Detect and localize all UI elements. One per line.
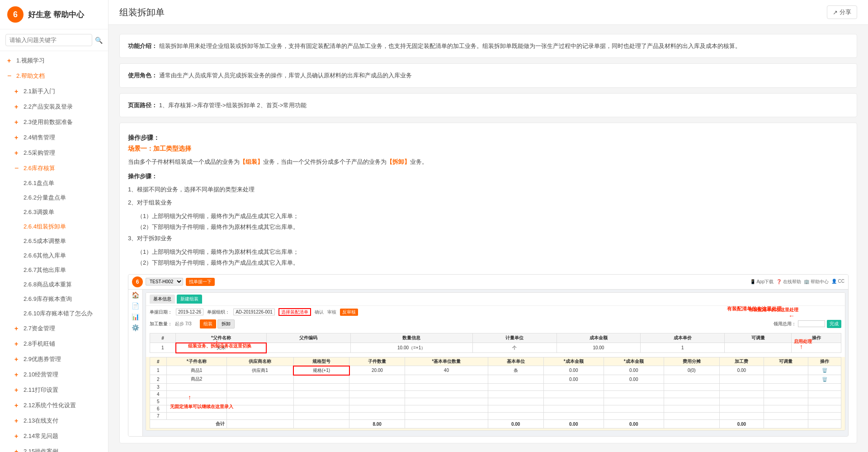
share-icon: ↗ <box>833 9 838 16</box>
mock-date-label: 单据日期： <box>150 309 172 315</box>
sidebar-item-faq[interactable]: + 2.14常见问题 <box>0 428 108 444</box>
sidebar-item-label: 2.6库存核算 <box>24 164 55 172</box>
mock-sub-td-unit: 条 <box>488 366 543 375</box>
sidebar-item-label: 2.7资金管理 <box>24 324 55 333</box>
mock-sub-td-ops: 🗑️ <box>808 366 841 375</box>
mock-sub-th-avail: 可调量 <box>764 357 808 366</box>
mock-sub-th-cost2: *成本金额 <box>604 357 664 366</box>
sidebar-item-partial-stocktake[interactable]: 2.6.2分量盘点单 <box>0 190 108 205</box>
sidebar-item-help-doc[interactable]: − 2.帮助文档 <box>0 68 108 84</box>
mock-sub-td-supplier: 供应商1 <box>226 366 293 375</box>
mock-confirm-btn[interactable]: 完成 <box>827 320 841 328</box>
mock-sub-th-name: *子件名称 <box>166 357 226 366</box>
main-content: 组装拆卸单 ↗ 分享 功能介绍： 组装拆卸单用来处理企业组装或拆卸等加工业务，支… <box>108 0 868 452</box>
mock-icon-chart: 📊 <box>132 313 139 320</box>
mock-assemble-value: AD-20191226-001 <box>233 309 275 315</box>
mock-th-unit-cost: 成本单价 <box>641 333 725 343</box>
mock-assemble-btn[interactable]: 选择装配清单 <box>278 308 311 316</box>
sidebar-item-label: 2.11打印设置 <box>24 386 58 394</box>
mock-td-index: 1 <box>150 343 176 353</box>
sidebar-item-inventory[interactable]: − 2.6库存核算 <box>0 161 108 176</box>
mock-assemble-type-btn[interactable]: 组装 <box>200 319 216 328</box>
expand-icon: + <box>14 386 21 394</box>
sidebar-item-label: 2.13在线支付 <box>24 417 58 425</box>
mock-enable-input[interactable] <box>798 320 825 327</box>
step3-sub1: （1）上部明细为父件明细，最终作为原材料生成其它出库单； <box>128 247 849 258</box>
sidebar-item-purchase[interactable]: + 2.5采购管理 <box>0 145 108 161</box>
sidebar-item-label: 2.1新手入门 <box>24 87 55 95</box>
sidebar-item-coupon[interactable]: + 2.9优惠券管理 <box>0 352 108 367</box>
path-block: 页面路径： 1、库存核算->库存管理->组装拆卸单 2、首页->常用功能 <box>119 93 857 117</box>
mock-sub-td-qty: 20.00 <box>349 366 405 375</box>
ops-steps-title: 操作步骤： <box>128 171 849 181</box>
scene-desc1: 当由多个子件材料组装成一个成品的业务为【组装】业务，当由一个父件拆分成多个子产品… <box>128 157 849 167</box>
mock-sub-th-cost1: *成本金额 <box>543 357 604 366</box>
expand-icon: + <box>14 149 21 157</box>
sidebar-item-new-user[interactable]: + 2.1新手入门 <box>0 84 108 99</box>
sidebar-item-print[interactable]: + 2.11打印设置 <box>0 382 108 398</box>
app-logo: 6 <box>7 6 24 23</box>
sidebar-item-sales[interactable]: + 2.4销售管理 <box>0 130 108 145</box>
sidebar-item-ops[interactable]: + 2.10经营管理 <box>0 367 108 382</box>
mock-sub-th-fee: 加工费 <box>719 357 764 366</box>
sidebar-item-inventory-check[interactable]: 2.6.9库存账本查询 <box>0 292 108 306</box>
mock-main-layout: 🏠 📄 📊 ⚙️ 基本信息 <box>128 290 848 437</box>
sidebar-header: 6 好生意 帮助中心 <box>0 0 108 29</box>
mock-new-btn[interactable]: 找单据一下 <box>186 278 215 286</box>
mock-sub-th-spec: 规格型号 <box>293 357 349 366</box>
sidebar-item-label: 2.8手机旺铺 <box>24 340 55 348</box>
sidebar-item-finance[interactable]: + 2.7资金管理 <box>0 321 108 336</box>
sidebar-item-custom[interactable]: + 2.12系统个性化设置 <box>0 398 108 413</box>
mock-window: 6 TEST-H002 找单据一下 📱 App下载 ❓ 在线帮助 🏢 帮助中心 … <box>128 275 848 437</box>
mock-company-select[interactable]: TEST-H002 <box>146 278 183 285</box>
mock-submit-btn[interactable]: 反审核 <box>340 309 358 316</box>
sidebar: 6 好生意 帮助中心 🔍 + 1.视频学习 − 2.帮助文档 + 2.1新手入门… <box>0 0 108 452</box>
sidebar-item-cases[interactable]: + 2.15操作案例 <box>0 444 108 452</box>
sidebar-item-mobile[interactable]: + 2.8手机旺铺 <box>0 336 108 352</box>
mock-sub-table-container: # *子件名称 供应商名称 规格型号 子件数量 *基本单位数量 基本单位 <box>146 357 845 431</box>
sidebar-item-other-out[interactable]: 2.6.7其他出库单 <box>0 263 108 277</box>
content-area: 功能介绍： 组装拆卸单用来处理企业组装或拆卸等加工业务，支持有固定装配清单的产品… <box>108 25 868 452</box>
mock-tab-new[interactable]: 新建组装 <box>177 295 202 304</box>
mock-tab-basic[interactable]: 基本信息 <box>150 295 175 304</box>
sidebar-item-transfer[interactable]: 2.6.3调拨单 <box>0 205 108 219</box>
share-button[interactable]: ↗ 分享 <box>827 5 857 19</box>
table-row: 5 <box>150 398 841 405</box>
sidebar-item-data-prep[interactable]: + 2.3使用前数据准备 <box>0 114 108 130</box>
sidebar-item-inventory-error[interactable]: 2.6.10库存账本错了怎么办 <box>0 306 108 321</box>
sidebar-item-install[interactable]: + 2.2产品安装及登录 <box>0 99 108 114</box>
expand-icon: + <box>14 88 21 95</box>
mock-sub-td-spec: 规格(+1) <box>293 366 349 375</box>
step3: 3、对于拆卸业务 <box>128 233 849 243</box>
sidebar-item-other-in[interactable]: 2.6.6其他入库单 <box>0 248 108 263</box>
search-button[interactable]: 🔍 <box>95 37 103 44</box>
sidebar-item-stocktake[interactable]: 2.6.1盘点单 <box>0 176 108 190</box>
sidebar-item-cost-adjust[interactable]: 2.6.5成本调整单 <box>0 234 108 248</box>
mock-audit-label: 审核 <box>327 309 336 315</box>
search-input[interactable] <box>5 34 92 46</box>
mock-sub-th-unit-qty: *基本单位数量 <box>405 357 488 366</box>
mock-sub-td-name: 商品1 <box>166 366 226 375</box>
mock-td-unit-cost: 1 <box>641 343 725 353</box>
sidebar-item-goods-cost[interactable]: 2.6.8商品成本重算 <box>0 277 108 292</box>
expand-icon: + <box>14 134 21 141</box>
sidebar-item-assemble[interactable]: 2.6.4组装拆卸单 <box>0 219 108 234</box>
mock-app-icon: 📱 App下载 <box>750 279 774 285</box>
sidebar-item-video[interactable]: + 1.视频学习 <box>0 53 108 68</box>
mock-disassemble-type-btn[interactable]: 拆卸 <box>217 319 235 328</box>
step2: 2、对于组装业务 <box>128 197 849 208</box>
mock-sub-td-unit-qty: 40 <box>405 366 488 375</box>
mock-sub-td-avail <box>764 366 808 375</box>
table-footer: 合计 8.00 0.00 0.00 0.00 <box>150 420 841 428</box>
mock-th-avail: 可调量 <box>725 333 792 343</box>
callout-annotation-3: 组装业务、拆卸业务在这里切换 <box>188 343 251 349</box>
mock-sub-td-cost1: 0.00 <box>543 366 604 375</box>
arrow-annotation-3: ↑ <box>215 338 218 346</box>
intro-label: 功能介绍： <box>128 43 157 49</box>
sidebar-item-label: 2.15操作案例 <box>24 447 58 452</box>
expand-icon: + <box>14 448 21 452</box>
nav-section: + 1.视频学习 − 2.帮助文档 + 2.1新手入门 + 2.2产品安装及登录… <box>0 51 108 452</box>
collapse-icon: − <box>7 72 14 80</box>
mock-type-switcher: 组装 拆卸 <box>200 319 235 328</box>
sidebar-item-online-pay[interactable]: + 2.13在线支付 <box>0 413 108 428</box>
